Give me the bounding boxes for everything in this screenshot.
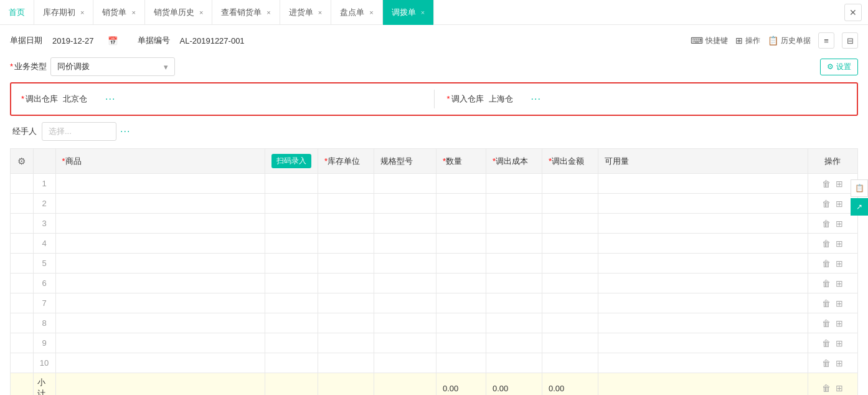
tab-close-sales-order[interactable]: × <box>131 9 135 16</box>
row-product-cell[interactable] <box>55 333 265 353</box>
row-copy-icon[interactable]: ⊞ <box>836 358 843 368</box>
calendar-icon[interactable]: 📅 <box>108 36 118 45</box>
row-avail-cell <box>598 274 808 293</box>
row-copy-icon[interactable]: ⊞ <box>836 179 843 189</box>
tab-close-view-sales[interactable]: × <box>267 9 270 16</box>
row-qty-cell[interactable] <box>436 293 486 313</box>
row-copy-icon[interactable]: ⊞ <box>836 338 843 348</box>
history-button[interactable]: 📋 历史单据 <box>768 36 811 46</box>
row-product-cell[interactable] <box>55 313 265 333</box>
row-product-cell[interactable] <box>55 234 265 254</box>
tab-close-transfer-order[interactable]: × <box>421 9 425 16</box>
float-external-button[interactable]: ↗ <box>851 198 868 216</box>
row-delete-icon[interactable]: 🗑 <box>822 358 831 368</box>
row-amount-cell[interactable] <box>542 333 598 353</box>
row-delete-icon[interactable]: 🗑 <box>822 219 831 229</box>
row-copy-icon[interactable]: ⊞ <box>836 278 843 288</box>
tab-close-purchase-order[interactable]: × <box>318 9 322 16</box>
settings-button[interactable]: ⚙ 设置 <box>820 59 858 75</box>
row-product-cell[interactable] <box>55 274 265 293</box>
row-amount-cell[interactable] <box>542 353 598 373</box>
tab-inventory-init[interactable]: 库存期初× <box>34 0 93 25</box>
row-delete-icon[interactable]: 🗑 <box>822 199 831 209</box>
row-cost-cell[interactable] <box>486 333 542 353</box>
scan-button[interactable]: 扫码录入 <box>271 154 311 168</box>
row-copy-icon[interactable]: ⊞ <box>836 259 843 269</box>
in-warehouse-dots-button[interactable]: ··· <box>531 93 541 105</box>
row-amount-cell[interactable] <box>542 194 598 214</box>
row-amount-cell[interactable] <box>542 313 598 333</box>
tab-inventory-check[interactable]: 盘点单× <box>331 0 382 25</box>
tab-sales-history[interactable]: 销货单历史× <box>145 0 212 25</box>
row-qty-cell[interactable] <box>436 174 486 194</box>
row-copy-icon[interactable]: ⊞ <box>836 298 843 308</box>
row-delete-icon[interactable]: 🗑 <box>822 338 831 348</box>
row-qty-cell[interactable] <box>436 333 486 353</box>
tab-sales-order[interactable]: 销货单× <box>93 0 144 25</box>
tab-close-sales-history[interactable]: × <box>199 9 203 16</box>
tab-view-sales[interactable]: 查看销货单× <box>212 0 280 25</box>
row-delete-icon[interactable]: 🗑 <box>822 318 831 328</box>
business-type-select[interactable]: 同价调拨 ▾ <box>50 57 175 76</box>
row-spec-cell <box>374 313 436 333</box>
row-delete-icon[interactable]: 🗑 <box>822 259 831 269</box>
row-amount-cell[interactable] <box>542 214 598 234</box>
row-copy-icon[interactable]: ⊞ <box>836 219 843 229</box>
row-qty-cell[interactable] <box>436 194 486 214</box>
row-cost-cell[interactable] <box>486 214 542 234</box>
row-amount-cell[interactable] <box>542 234 598 254</box>
row-copy-icon[interactable]: ⊞ <box>836 239 843 249</box>
tab-purchase-order[interactable]: 进货单× <box>280 0 331 25</box>
row-amount-cell[interactable] <box>542 174 598 194</box>
row-qty-cell[interactable] <box>436 214 486 234</box>
tab-transfer-order[interactable]: 调拨单× <box>383 0 434 25</box>
row-product-cell[interactable] <box>55 254 265 274</box>
row-spec-cell <box>374 214 436 234</box>
row-amount-cell[interactable] <box>542 254 598 274</box>
row-cost-cell[interactable] <box>486 254 542 274</box>
subtotal-settings-cell <box>11 373 33 396</box>
row-cost-cell[interactable] <box>486 274 542 293</box>
table-settings-icon[interactable]: ⚙ <box>17 156 26 166</box>
person-input[interactable]: 选择... <box>42 122 116 141</box>
tab-home[interactable]: 首页 <box>0 0 34 25</box>
row-cost-cell[interactable] <box>486 353 542 373</box>
row-product-cell[interactable] <box>55 353 265 373</box>
row-delete-icon[interactable]: 🗑 <box>822 239 831 249</box>
layout2-button[interactable]: ⊟ <box>842 32 858 49</box>
row-product-cell[interactable] <box>55 293 265 313</box>
tab-close-inventory-init[interactable]: × <box>80 9 84 16</box>
row-qty-cell[interactable] <box>436 254 486 274</box>
window-close-button[interactable]: ✕ <box>844 4 862 21</box>
row-delete-icon[interactable]: 🗑 <box>822 278 831 288</box>
tab-close-inventory-check[interactable]: × <box>369 9 373 16</box>
row-amount-cell[interactable] <box>542 293 598 313</box>
row-cost-cell[interactable] <box>486 174 542 194</box>
operations-button[interactable]: ⊞ 操作 <box>735 36 760 46</box>
row-cost-cell[interactable] <box>486 293 542 313</box>
row-product-cell[interactable] <box>55 194 265 214</box>
row-qty-cell[interactable] <box>436 353 486 373</box>
row-amount-cell[interactable] <box>542 274 598 293</box>
row-product-cell[interactable] <box>55 174 265 194</box>
row-cost-cell[interactable] <box>486 194 542 214</box>
row-qty-cell[interactable] <box>436 313 486 333</box>
out-warehouse-dots-button[interactable]: ··· <box>105 93 115 105</box>
row-copy-icon[interactable]: ⊞ <box>836 199 843 209</box>
row-product-cell[interactable] <box>55 214 265 234</box>
subtotal-copy-icon[interactable]: ⊞ <box>836 383 843 393</box>
row-qty-cell[interactable] <box>436 274 486 293</box>
person-dots-button[interactable]: ··· <box>120 126 130 137</box>
row-copy-icon[interactable]: ⊞ <box>836 318 843 328</box>
subtotal-delete-icon[interactable]: 🗑 <box>822 383 831 393</box>
float-doc-button[interactable]: 📋 <box>851 179 868 197</box>
row-cost-cell[interactable] <box>486 234 542 254</box>
col-qty-header: *数量 <box>436 149 486 174</box>
row-qty-cell[interactable] <box>436 234 486 254</box>
shortcuts-button[interactable]: ⌨ 快捷键 <box>691 36 728 46</box>
row-cost-cell[interactable] <box>486 313 542 333</box>
row-delete-icon[interactable]: 🗑 <box>822 298 831 308</box>
layout1-button[interactable]: ≡ <box>818 32 834 49</box>
row-num-cell: 10 <box>33 353 55 373</box>
row-delete-icon[interactable]: 🗑 <box>822 179 831 189</box>
